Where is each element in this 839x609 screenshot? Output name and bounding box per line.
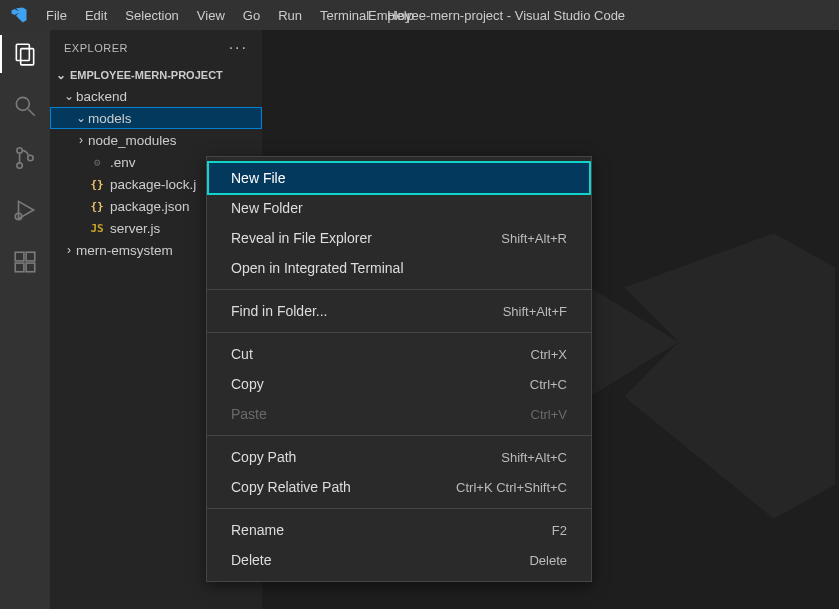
separator — [207, 289, 591, 290]
separator — [207, 435, 591, 436]
ctx-label: Copy Path — [231, 449, 296, 465]
chevron-down-icon: ⌄ — [54, 68, 68, 82]
ctx-new-file[interactable]: New File — [209, 163, 589, 193]
ctx-cut[interactable]: CutCtrl+X — [207, 339, 591, 369]
folder-label: mern-emsystem — [76, 243, 173, 258]
ctx-reveal-explorer[interactable]: Reveal in File ExplorerShift+Alt+R — [207, 223, 591, 253]
js-icon: JS — [88, 219, 106, 237]
menu-view[interactable]: View — [189, 4, 233, 27]
explorer-title: EXPLORER — [64, 42, 128, 54]
folder-label: node_modules — [88, 133, 177, 148]
ctx-find-in-folder[interactable]: Find in Folder...Shift+Alt+F — [207, 296, 591, 326]
separator — [207, 332, 591, 333]
svg-rect-9 — [15, 263, 24, 272]
svg-point-6 — [28, 155, 33, 160]
menu-go[interactable]: Go — [235, 4, 268, 27]
svg-line-3 — [28, 109, 35, 116]
ctx-new-folder[interactable]: New Folder — [207, 193, 591, 223]
ctx-paste: PasteCtrl+V — [207, 399, 591, 429]
ctx-label: Paste — [231, 406, 267, 422]
activity-source-control-icon[interactable] — [11, 144, 39, 172]
ctx-label: Reveal in File Explorer — [231, 230, 372, 246]
folder-label: backend — [76, 89, 127, 104]
menu-edit[interactable]: Edit — [77, 4, 115, 27]
ctx-label: Copy Relative Path — [231, 479, 351, 495]
project-root[interactable]: ⌄ EMPLOYEE-MERN-PROJECT — [50, 65, 262, 85]
project-name: EMPLOYEE-MERN-PROJECT — [70, 69, 223, 81]
svg-rect-8 — [15, 252, 24, 261]
folder-label: models — [88, 111, 132, 126]
ctx-shortcut: Ctrl+K Ctrl+Shift+C — [456, 480, 567, 495]
separator — [207, 508, 591, 509]
ctx-shortcut: Ctrl+V — [531, 407, 567, 422]
chevron-down-icon: ⌄ — [62, 89, 76, 103]
ctx-label: Copy — [231, 376, 264, 392]
svg-rect-11 — [26, 252, 35, 261]
file-label: .env — [110, 155, 136, 170]
file-label: package-lock.j — [110, 177, 196, 192]
chevron-right-icon: › — [74, 133, 88, 147]
ctx-label: Find in Folder... — [231, 303, 328, 319]
ctx-label: New Folder — [231, 200, 303, 216]
ctx-shortcut: Shift+Alt+R — [501, 231, 567, 246]
chevron-right-icon: › — [62, 243, 76, 257]
window-title: Employee-mern-project - Visual Studio Co… — [368, 8, 625, 23]
ctx-open-terminal[interactable]: Open in Integrated Terminal — [207, 253, 591, 283]
menu-file[interactable]: File — [38, 4, 75, 27]
folder-node-modules[interactable]: › node_modules — [50, 129, 262, 151]
activity-run-debug-icon[interactable] — [11, 196, 39, 224]
vscode-logo-icon — [10, 6, 28, 24]
menu-bar: File Edit Selection View Go Run Terminal… — [38, 4, 422, 27]
folder-backend[interactable]: ⌄ backend — [50, 85, 262, 107]
activity-explorer-icon[interactable] — [11, 40, 39, 68]
folder-models[interactable]: ⌄ models — [50, 107, 262, 129]
activity-extensions-icon[interactable] — [11, 248, 39, 276]
ctx-shortcut: Ctrl+C — [530, 377, 567, 392]
ctx-label: New File — [231, 170, 285, 186]
file-label: server.js — [110, 221, 160, 236]
svg-rect-0 — [16, 44, 29, 60]
ctx-copy-relative-path[interactable]: Copy Relative PathCtrl+K Ctrl+Shift+C — [207, 472, 591, 502]
menu-run[interactable]: Run — [270, 4, 310, 27]
context-menu: New File New Folder Reveal in File Explo… — [206, 156, 592, 582]
svg-rect-10 — [26, 263, 35, 272]
ctx-rename[interactable]: RenameF2 — [207, 515, 591, 545]
ctx-delete[interactable]: DeleteDelete — [207, 545, 591, 575]
gear-icon: ⚙ — [88, 153, 106, 171]
activity-search-icon[interactable] — [11, 92, 39, 120]
ctx-shortcut: Ctrl+X — [531, 347, 567, 362]
ctx-shortcut: Delete — [529, 553, 567, 568]
svg-point-5 — [17, 163, 22, 168]
ctx-label: Cut — [231, 346, 253, 362]
menu-selection[interactable]: Selection — [117, 4, 186, 27]
file-label: package.json — [110, 199, 190, 214]
json-icon: {} — [88, 197, 106, 215]
explorer-more-icon[interactable]: ··· — [229, 39, 248, 57]
ctx-shortcut: F2 — [552, 523, 567, 538]
json-icon: {} — [88, 175, 106, 193]
chevron-down-icon: ⌄ — [74, 111, 88, 125]
ctx-shortcut: Shift+Alt+C — [501, 450, 567, 465]
title-bar: File Edit Selection View Go Run Terminal… — [0, 0, 839, 30]
ctx-shortcut: Shift+Alt+F — [503, 304, 567, 319]
ctx-label: Rename — [231, 522, 284, 538]
ctx-copy[interactable]: CopyCtrl+C — [207, 369, 591, 399]
activity-bar — [0, 30, 50, 609]
ctx-label: Delete — [231, 552, 271, 568]
svg-point-4 — [17, 148, 22, 153]
ctx-label: Open in Integrated Terminal — [231, 260, 404, 276]
svg-rect-1 — [21, 49, 34, 65]
ctx-copy-path[interactable]: Copy PathShift+Alt+C — [207, 442, 591, 472]
svg-point-2 — [16, 97, 29, 110]
